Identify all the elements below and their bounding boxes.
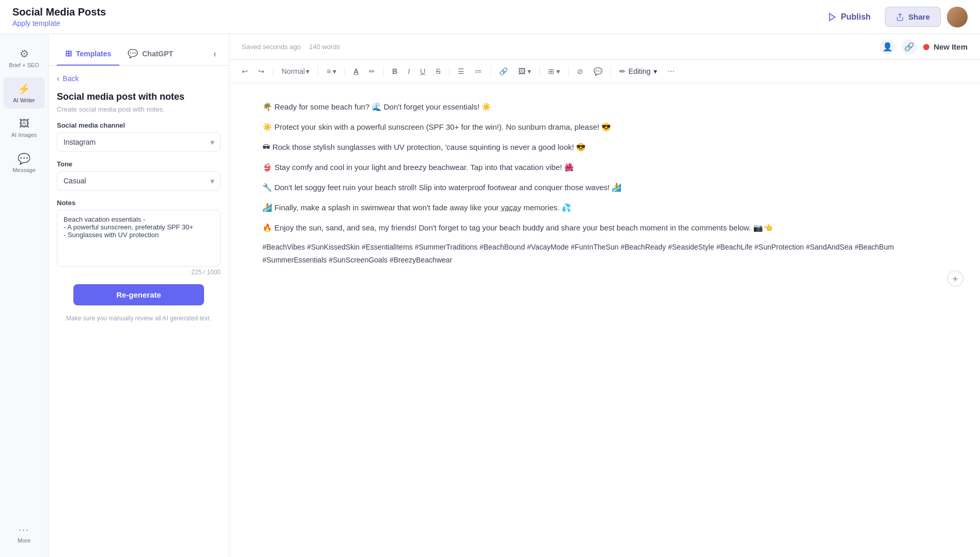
regenerate-button[interactable]: Re-generate [73, 284, 205, 305]
field-social-channel: Social media channel Instagram Twitter F… [57, 121, 221, 152]
sidebar-item-message[interactable]: 💬 Message [4, 147, 45, 178]
panel-tabs-left: ⊞ Templates 💬 ChatGPT [57, 42, 181, 65]
chatgpt-icon: 💬 [128, 49, 138, 58]
toolbar-separator [318, 66, 318, 76]
message-icon: 💬 [18, 152, 30, 165]
bullet-list-button[interactable]: ☰ [454, 64, 469, 79]
template-info: Social media post with notes Create soci… [57, 91, 221, 113]
panel-tabs: ⊞ Templates 💬 ChatGPT ‹ [49, 34, 229, 66]
sidebar: ⚙ Brief + SEO ⚡ AI Writer 🖼 AI Images 💬 … [0, 34, 49, 557]
toolbar-separator [611, 66, 611, 76]
sidebar-item-ai-writer[interactable]: ⚡ AI Writer [4, 78, 45, 109]
toolbar-separator [383, 66, 384, 76]
new-item-dot [923, 44, 929, 50]
topbar-right: Publish Share [819, 7, 968, 27]
ai-writer-icon: ⚡ [18, 83, 30, 95]
main-layout: ⚙ Brief + SEO ⚡ AI Writer 🖼 AI Images 💬 … [0, 34, 980, 557]
content-line-2: ☀️ Protect your skin with a powerful sun… [262, 120, 947, 134]
style-select-button[interactable]: Normal ▾ [277, 64, 314, 79]
text-color-button[interactable]: A [349, 64, 363, 79]
more-options-button[interactable]: ⋯ [663, 64, 679, 79]
sidebar-item-label: AI Writer [13, 97, 35, 103]
tone-select[interactable]: Casual Formal Friendly Professional [57, 171, 221, 191]
sidebar-item-ai-images[interactable]: 🖼 AI Images [4, 113, 45, 143]
content-line-5: 🔧 Don't let soggy feet ruin your beach s… [262, 180, 947, 194]
collaborator-icon[interactable]: 👤 [880, 39, 895, 55]
share-button[interactable]: Share [885, 7, 941, 27]
content-line-7: 🔥 Enjoy the sun, sand, and sea, my frien… [262, 221, 947, 235]
user-avatar[interactable] [947, 7, 968, 27]
char-count: 225 / 1000 [57, 269, 221, 276]
editor-topbar: Saved seconds ago 140 words 👤 🔗 New Item [229, 34, 980, 60]
sidebar-item-label: AI Images [11, 132, 37, 138]
vacay-word: vacay [501, 203, 521, 212]
sidebar-item-brief-seo[interactable]: ⚙ Brief + SEO [4, 42, 45, 73]
content-line-4: 👙 Stay comfy and cool in your light and … [262, 160, 947, 174]
template-title: Social media post with notes [57, 91, 221, 102]
toolbar-separator [345, 66, 345, 76]
hashtags: #BeachVibes #SunKissedSkin #EssentialIte… [262, 241, 947, 267]
add-content-button[interactable]: ＋ [947, 270, 963, 287]
panel-collapse-button[interactable]: ‹ [209, 44, 221, 64]
chevron-down-icon: ▾ [654, 67, 657, 75]
word-count: 140 words [309, 43, 340, 51]
clear-format-button[interactable]: ⊘ [573, 64, 587, 79]
svg-marker-0 [829, 13, 835, 21]
content-line-1: 🌴 Ready for some beach fun? 🌊 Don't forg… [262, 100, 947, 114]
sidebar-item-label: More [18, 537, 30, 544]
publish-button[interactable]: Publish [819, 8, 879, 26]
field-notes: Notes Beach vacation essentials - - A po… [57, 199, 221, 276]
tab-templates[interactable]: ⊞ Templates [57, 42, 119, 66]
panel: ⊞ Templates 💬 ChatGPT ‹ ‹ Back Social me… [49, 34, 229, 557]
italic-button[interactable]: I [403, 64, 414, 79]
link-button[interactable]: 🔗 [495, 64, 512, 79]
publish-icon [828, 12, 837, 22]
image-button[interactable]: 🖼 ▾ [514, 64, 535, 79]
content-line-3: 🕶 Rock those stylish sunglasses with UV … [262, 140, 947, 154]
bold-button[interactable]: B [388, 64, 401, 79]
sidebar-item-label: Brief + SEO [9, 62, 39, 68]
panel-content: ‹ Back Social media post with notes Crea… [49, 66, 229, 331]
chevron-down-icon: ▾ [306, 67, 309, 75]
ordered-list-button[interactable]: ≔ [471, 64, 486, 79]
back-button[interactable]: ‹ Back [57, 74, 221, 83]
toolbar-separator [273, 66, 273, 76]
collaborator-link-icon[interactable]: 🔗 [901, 39, 917, 55]
tone-wrapper: Casual Formal Friendly Professional ▾ [57, 171, 221, 191]
new-item-button[interactable]: New Item [923, 42, 968, 51]
page-title: Social Media Posts [12, 6, 106, 18]
editor-content[interactable]: 🌴 Ready for some beach fun? 🌊 Don't forg… [229, 83, 980, 557]
notes-label: Notes [57, 199, 221, 207]
pen-icon: ✏ [619, 67, 626, 75]
table-button[interactable]: ⊞ ▾ [544, 64, 564, 79]
editor-meta: Saved seconds ago 140 words [242, 43, 340, 51]
sidebar-item-more[interactable]: ··· More [4, 519, 45, 549]
ai-images-icon: 🖼 [19, 118, 29, 130]
social-channel-select[interactable]: Instagram Twitter Facebook LinkedIn [57, 132, 221, 152]
apply-template-link[interactable]: Apply template [12, 19, 106, 27]
editor-actions: 👤 🔗 New Item [880, 39, 968, 55]
topbar: Social Media Posts Apply template Publis… [0, 0, 980, 34]
comment-button[interactable]: 💬 [589, 64, 606, 79]
undo-button[interactable]: ↩ [238, 64, 252, 79]
highlight-button[interactable]: ✏ [365, 64, 379, 79]
strikethrough-button[interactable]: S [431, 64, 444, 79]
sidebar-item-label: Message [12, 167, 36, 173]
template-desc: Create social media post with notes. [57, 105, 221, 113]
toolbar-separator [568, 66, 569, 76]
tab-chatgpt[interactable]: 💬 ChatGPT [119, 42, 181, 66]
notes-textarea[interactable]: Beach vacation essentials - - A powerful… [57, 210, 221, 267]
more-icon: ··· [19, 524, 29, 535]
toolbar-separator [449, 66, 449, 76]
align-button[interactable]: ≡ ▾ [322, 64, 340, 79]
editing-mode-button[interactable]: ✏ Editing ▾ [615, 64, 662, 79]
editor-area: Saved seconds ago 140 words 👤 🔗 New Item… [229, 34, 980, 557]
brief-seo-icon: ⚙ [20, 48, 29, 60]
redo-button[interactable]: ↪ [254, 64, 269, 79]
field-tone: Tone Casual Formal Friendly Professional… [57, 160, 221, 191]
toolbar-separator [539, 66, 540, 76]
underline-button[interactable]: U [416, 64, 429, 79]
saved-status: Saved seconds ago [242, 43, 301, 51]
content-line-6: 🏄 Finally, make a splash in swimwear tha… [262, 200, 947, 214]
ai-disclaimer: Make sure you manually review all AI gen… [57, 314, 221, 323]
